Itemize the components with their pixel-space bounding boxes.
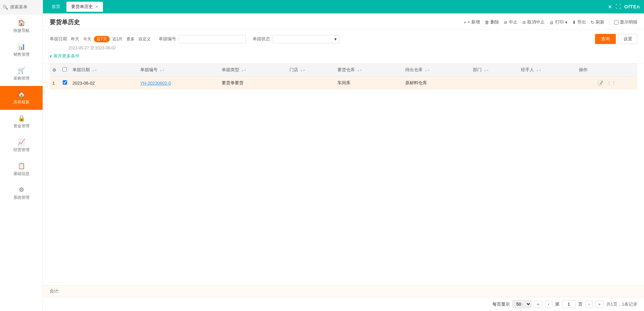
- page-suffix: 页: [578, 301, 583, 307]
- per-page-label: 每页显示: [492, 301, 510, 307]
- tab-order-history[interactable]: 要货单历史 ✕: [66, 2, 103, 12]
- col-date-label: 单据日期: [72, 67, 90, 72]
- sidebar-search-label: 搜索菜单: [10, 4, 28, 10]
- order-no-input[interactable]: [179, 35, 246, 43]
- data-table: ⚙ 单据日期 ▲▼ 单据编号 ▲▼ 单据类型: [50, 63, 637, 90]
- page-input[interactable]: [562, 300, 576, 308]
- operation-icon: 📈: [18, 138, 25, 146]
- export-label: 导出: [577, 19, 586, 25]
- col-type[interactable]: 单据类型 ▲▼: [219, 63, 287, 77]
- fullscreen-icon[interactable]: ⛶: [615, 4, 621, 10]
- date-filter: 单据日期 昨天 今天 近7天 近1月 更多 自定义: [50, 36, 152, 42]
- sidebar-item-basic[interactable]: 📋 基础信息: [0, 158, 43, 181]
- col-settings[interactable]: ⚙: [50, 63, 60, 77]
- close-window-icon[interactable]: ✕: [608, 4, 612, 10]
- table-footer: 合计:: [43, 285, 644, 297]
- status-select[interactable]: ▾: [273, 35, 340, 43]
- sort-arrows-pending: ▲▼: [425, 69, 430, 72]
- cell-handler: [518, 77, 576, 90]
- date-shortcut-today[interactable]: 今天: [82, 36, 93, 42]
- refresh-label: 刷新: [596, 19, 604, 25]
- sidebar-item-label: 销售管理: [13, 52, 30, 57]
- col-checkbox[interactable]: [60, 63, 70, 77]
- display-detail-checkbox[interactable]: 显示明细: [614, 19, 637, 25]
- delete-button[interactable]: 🗑 删除: [485, 19, 499, 25]
- sidebar-item-label: 库存核算: [13, 99, 30, 105]
- col-req-warehouse[interactable]: 要货仓库 ▲▼: [335, 63, 402, 77]
- date-range-row: 2023-05-27 至 2023-06-02: [50, 45, 637, 51]
- refresh-button[interactable]: ↻ 刷新: [591, 19, 604, 25]
- cell-pending-warehouse: 原材料仓库: [402, 77, 470, 90]
- tab-order-history-label: 要货单历史: [71, 4, 93, 10]
- refresh-icon: ↻: [591, 20, 594, 25]
- date-shortcut-7days[interactable]: 近7天: [94, 36, 110, 42]
- last-page-btn[interactable]: »: [595, 301, 604, 308]
- export-icon: ⬇: [572, 20, 576, 25]
- search-icon: 🔍: [3, 5, 8, 10]
- sidebar-item-operation[interactable]: 📈 经营管理: [0, 134, 43, 158]
- cancel-stop-button[interactable]: ⊘ 取消中止: [522, 19, 545, 25]
- add-button[interactable]: + + 新增: [464, 19, 480, 25]
- col-no[interactable]: 单据编号 ▲▼: [138, 63, 219, 77]
- order-no-link[interactable]: YH-20230602-0: [140, 81, 171, 86]
- add-label: + 新增: [468, 19, 480, 25]
- filter-area: 单据日期 昨天 今天 近7天 近1月 更多 自定义 单据编号: [43, 30, 644, 63]
- col-store[interactable]: 门店 ▲▼: [287, 63, 335, 77]
- sidebar-item-purchase[interactable]: 🛒 采购管理: [0, 62, 43, 86]
- col-date[interactable]: 单据日期 ▲▼: [70, 63, 138, 77]
- order-no-label: 单据编号: [159, 36, 176, 42]
- col-action-label: 操作: [579, 67, 588, 72]
- date-shortcut-more[interactable]: 更多: [125, 36, 136, 42]
- row-edit-btn[interactable]: 📝: [596, 80, 604, 86]
- table-row[interactable]: 1 2023-06-02 YH-20230602-0 要货单要货 车间库 原材料…: [50, 77, 637, 90]
- sidebar-item-quick-nav[interactable]: 🏠 快捷导航: [0, 14, 43, 38]
- row-more-btn[interactable]: ⋮⋮: [605, 80, 618, 86]
- sidebar-item-sales[interactable]: 📊 销售管理: [0, 38, 43, 62]
- cell-action: 📝 ⋮⋮: [576, 77, 637, 90]
- sidebar-item-finance[interactable]: 🔒 资金管理: [0, 110, 43, 134]
- first-page-btn[interactable]: «: [534, 301, 542, 308]
- sidebar-search[interactable]: 🔍 搜索菜单: [0, 0, 43, 14]
- select-all-checkbox[interactable]: [62, 67, 67, 72]
- col-store-label: 门店: [289, 67, 298, 72]
- sidebar-item-label: 经营管理: [13, 147, 30, 153]
- cell-index: 1: [50, 77, 60, 90]
- sales-icon: 📊: [18, 43, 25, 50]
- content-area: 要货单历史 + + 新增 🗑 删除 ⊘ 中止 ⊘ 取消中止: [43, 13, 644, 311]
- sidebar-item-system[interactable]: ⚙ 系统管理: [0, 181, 43, 205]
- next-page-btn[interactable]: ›: [585, 301, 593, 308]
- col-type-label: 单据类型: [222, 67, 239, 72]
- sort-arrows-date: ▲▼: [92, 69, 97, 72]
- col-handler[interactable]: 经手人 ▲▼: [518, 63, 576, 77]
- date-shortcut-1month[interactable]: 近1月: [111, 36, 124, 42]
- sidebar-item-inventory[interactable]: 🏠 库存核算: [0, 86, 43, 110]
- export-button[interactable]: ⬇ 导出: [572, 19, 586, 25]
- col-dept[interactable]: 部门 ▲▼: [470, 63, 518, 77]
- main-area: 首页 要货单历史 ✕ ✕ ⛶ OfTEn 要货单历史 + + 新增 🗑 删除: [43, 0, 644, 311]
- expand-more-btn[interactable]: ▾ 展开更多条件: [50, 53, 637, 59]
- purchase-icon: 🛒: [18, 67, 25, 74]
- add-icon: +: [464, 20, 466, 25]
- sort-arrows-store: ▲▼: [300, 69, 306, 72]
- tab-home[interactable]: 首页: [47, 2, 65, 12]
- prev-page-btn[interactable]: ‹: [545, 301, 552, 308]
- setting-button[interactable]: 设置: [619, 34, 637, 44]
- print-button[interactable]: 🖨 打印 ▾: [549, 19, 568, 25]
- cell-no[interactable]: YH-20230602-0: [138, 77, 219, 90]
- tab-close-icon[interactable]: ✕: [95, 4, 98, 9]
- display-detail-input[interactable]: [614, 20, 619, 25]
- stop-button[interactable]: ⊘ 中止: [504, 19, 518, 25]
- date-shortcut-yesterday[interactable]: 昨天: [70, 36, 80, 42]
- date-shortcut-custom[interactable]: 自定义: [137, 36, 152, 42]
- sidebar-item-label: 资金管理: [13, 123, 30, 129]
- query-button[interactable]: 查询: [595, 34, 616, 44]
- delete-icon: 🗑: [485, 20, 489, 25]
- row-checkbox[interactable]: [63, 80, 67, 85]
- sidebar: 🔍 搜索菜单 🏠 快捷导航 📊 销售管理 🛒 采购管理 🏠 库存核算 🔒 资金管…: [0, 0, 43, 311]
- cell-checkbox[interactable]: [60, 77, 70, 90]
- col-pending-warehouse[interactable]: 待出仓库 ▲▼: [402, 63, 470, 77]
- topbar-right: ✕ ⛶ OfTEn: [608, 4, 640, 10]
- cancel-stop-label: 取消中止: [527, 19, 545, 25]
- print-label: 打印: [555, 19, 564, 25]
- page-size-select[interactable]: 102050100: [513, 300, 531, 308]
